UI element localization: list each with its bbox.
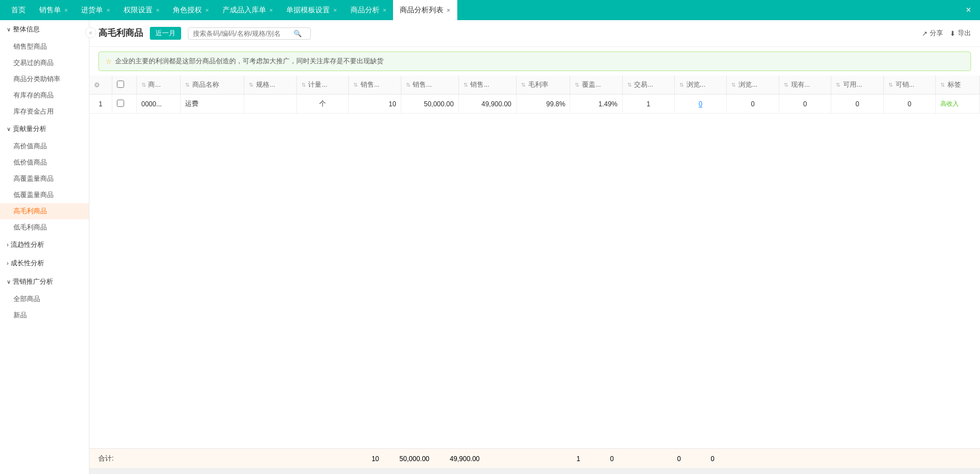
col-header-spec[interactable]: ⇅ 规格... xyxy=(244,76,296,95)
cell-sales_profit: 49,900.00 xyxy=(458,95,516,114)
sidebar-group-贡献量分析[interactable]: ∨贡献量分析 xyxy=(0,120,89,138)
window-close-button[interactable]: × xyxy=(962,5,976,15)
col-header-checkbox[interactable] xyxy=(112,76,136,95)
col-header-browse2[interactable]: ⇅ 浏览... xyxy=(727,76,779,95)
sidebar-group-label: 营销推广分析 xyxy=(13,277,53,287)
sort-icon: ⇅ xyxy=(141,82,148,88)
footer-cells: 10 50,000.00 49,900.00 1 0 0 0 xyxy=(143,455,971,463)
data-table-wrapper: ⚙⇅ 商...⇅ 商品名称⇅ 规格...⇅ 计量...⇅ 销售...⇅ 销售..… xyxy=(89,76,980,448)
col-header-available[interactable]: ⇅ 可用... xyxy=(831,76,883,95)
select-all-checkbox[interactable] xyxy=(117,81,124,88)
nav-item-角色授权[interactable]: 角色授权× xyxy=(166,0,215,20)
period-button[interactable]: 近一月 xyxy=(150,27,181,40)
col-header-saleable[interactable]: ⇅ 可销... xyxy=(883,76,935,95)
nav-item-商品分析列表[interactable]: 商品分析列表× xyxy=(393,0,457,20)
horizontal-scrollbar[interactable] xyxy=(89,468,980,474)
sidebar-group-整体信息[interactable]: ∨整体信息 xyxy=(0,20,89,39)
sidebar-group-label: 成长性分析 xyxy=(11,259,44,268)
nav-close-icon[interactable]: × xyxy=(383,7,386,13)
export-label: 导出 xyxy=(958,29,971,38)
search-input[interactable] xyxy=(193,30,293,37)
col-header-coverage[interactable]: ⇅ 覆盖... xyxy=(570,76,622,95)
header-actions: ↗ 分享 ⬇ 导出 xyxy=(922,29,971,38)
nav-item-进货单[interactable]: 进货单× xyxy=(74,0,116,20)
col-header-unit[interactable]: ⇅ 计量... xyxy=(296,76,348,95)
sidebar-group-label: 整体信息 xyxy=(13,25,40,34)
col-header-name[interactable]: ⇅ 商品名称 xyxy=(181,76,244,95)
footer-total-row: 合计: 10 50,000.00 49,900.00 1 0 0 0 xyxy=(89,448,980,468)
col-header-sales_amount[interactable]: ⇅ 销售... xyxy=(401,76,458,95)
footer-total-label: 合计: xyxy=(98,454,132,463)
nav-item-产成品入库单[interactable]: 产成品入库单× xyxy=(216,0,280,20)
settings-icon[interactable]: ⚙ xyxy=(94,81,100,89)
info-icon: ☆ xyxy=(106,58,112,65)
sidebar-item-高价值商品[interactable]: 高价值商品 xyxy=(0,138,89,154)
sidebar-group-arrow: ∨ xyxy=(7,26,11,32)
browse-link[interactable]: 0 xyxy=(699,100,703,108)
nav-item-首页[interactable]: 首页 xyxy=(4,0,32,20)
nav-close-icon[interactable]: × xyxy=(269,7,273,13)
sidebar: ∨整体信息销售型商品交易过的商品商品分类助销率有库存的商品库存资金占用∨贡献量分… xyxy=(0,20,89,474)
sort-icon: ⇅ xyxy=(731,82,737,88)
col-header-sales_profit[interactable]: ⇅ 销售... xyxy=(458,76,516,95)
col-header-transaction[interactable]: ⇅ 交易... xyxy=(622,76,674,95)
sidebar-group-流趋性分析[interactable]: ›流趋性分析 xyxy=(0,236,89,254)
nav-close-icon[interactable]: × xyxy=(333,7,337,13)
cell-unit: 个 xyxy=(296,95,348,114)
sort-icon: ⇅ xyxy=(353,82,359,88)
sidebar-group-arrow: › xyxy=(7,242,8,248)
col-header-gross_rate[interactable]: ⇅ 毛利率 xyxy=(516,76,570,95)
sidebar-item-全部商品[interactable]: 全部商品 xyxy=(0,291,89,307)
nav-item-商品分析[interactable]: 商品分析× xyxy=(344,0,393,20)
table-row: 10000...运费个1050,000.0049,900.0099.8%1.49… xyxy=(89,95,980,114)
export-button[interactable]: ⬇ 导出 xyxy=(950,29,971,38)
cell-tag: 高收入 xyxy=(936,95,980,114)
cell-browse2: 0 xyxy=(727,95,779,114)
sidebar-item-交易过的商品[interactable]: 交易过的商品 xyxy=(0,55,89,71)
sort-icon: ⇅ xyxy=(888,82,894,88)
sidebar-item-高毛利商品[interactable]: 高毛利商品 xyxy=(0,203,89,219)
nav-close-icon[interactable]: × xyxy=(447,7,450,13)
cell-name: 运费 xyxy=(181,95,244,114)
nav-close-icon[interactable]: × xyxy=(64,7,68,13)
nav-item-单据模板设置[interactable]: 单据模板设置× xyxy=(280,0,343,20)
col-header-browse1[interactable]: ⇅ 浏览... xyxy=(674,76,726,95)
nav-close-icon[interactable]: × xyxy=(106,7,110,13)
sidebar-group-成长性分析[interactable]: ›成长性分析 xyxy=(0,254,89,273)
sidebar-item-低覆盖量商品[interactable]: 低覆盖量商品 xyxy=(0,187,89,203)
footer-sales-qty: 10 xyxy=(350,455,384,463)
sidebar-group-arrow: ∨ xyxy=(7,279,11,285)
nav-item-权限设置[interactable]: 权限设置× xyxy=(117,0,166,20)
sidebar-item-销售型商品[interactable]: 销售型商品 xyxy=(0,39,89,55)
nav-close-icon[interactable]: × xyxy=(156,7,159,13)
col-header-sales_qty[interactable]: ⇅ 销售... xyxy=(349,76,401,95)
nav-close-icon[interactable]: × xyxy=(205,7,209,13)
col-header-code[interactable]: ⇅ 商... xyxy=(136,76,181,95)
share-icon: ↗ xyxy=(922,30,927,37)
info-banner-text: 企业的主要的利润都是这部分商品创造的，可考虑加大推广，同时关注库存是不要出现缺货 xyxy=(115,57,384,66)
nav-item-销售单[interactable]: 销售单× xyxy=(32,0,74,20)
search-icon[interactable]: 🔍 xyxy=(293,30,302,37)
sidebar-item-高覆盖量商品[interactable]: 高覆盖量商品 xyxy=(0,171,89,187)
col-header-tag[interactable]: ⇅ 标签 xyxy=(936,76,980,95)
search-box[interactable]: 🔍 xyxy=(188,27,311,40)
cell-checkbox xyxy=(112,95,136,114)
sidebar-group-label: 流趋性分析 xyxy=(11,240,44,250)
sidebar-group-营销推广分析[interactable]: ∨营销推广分析 xyxy=(0,273,89,291)
sidebar-item-有库存的商品[interactable]: 有库存的商品 xyxy=(0,87,89,104)
sidebar-item-新品[interactable]: 新品 xyxy=(0,307,89,323)
cell-available: 0 xyxy=(831,95,883,114)
col-header-current_stock[interactable]: ⇅ 现有... xyxy=(779,76,831,95)
row-checkbox[interactable] xyxy=(117,100,124,107)
sidebar-item-库存资金占用[interactable]: 库存资金占用 xyxy=(0,104,89,120)
sidebar-item-商品分类助销率[interactable]: 商品分类助销率 xyxy=(0,71,89,87)
sidebar-item-低价值商品[interactable]: 低价值商品 xyxy=(0,154,89,171)
sort-icon: ⇅ xyxy=(940,82,946,88)
sidebar-item-低毛利商品[interactable]: 低毛利商品 xyxy=(0,219,89,236)
col-header-settings[interactable]: ⚙ xyxy=(89,76,112,95)
sidebar-collapse-button[interactable]: « xyxy=(85,27,96,38)
share-label: 分享 xyxy=(930,29,943,38)
share-button[interactable]: ↗ 分享 xyxy=(922,29,943,38)
cell-gross_rate: 99.8% xyxy=(516,95,570,114)
cell-code: 0000... xyxy=(136,95,181,114)
